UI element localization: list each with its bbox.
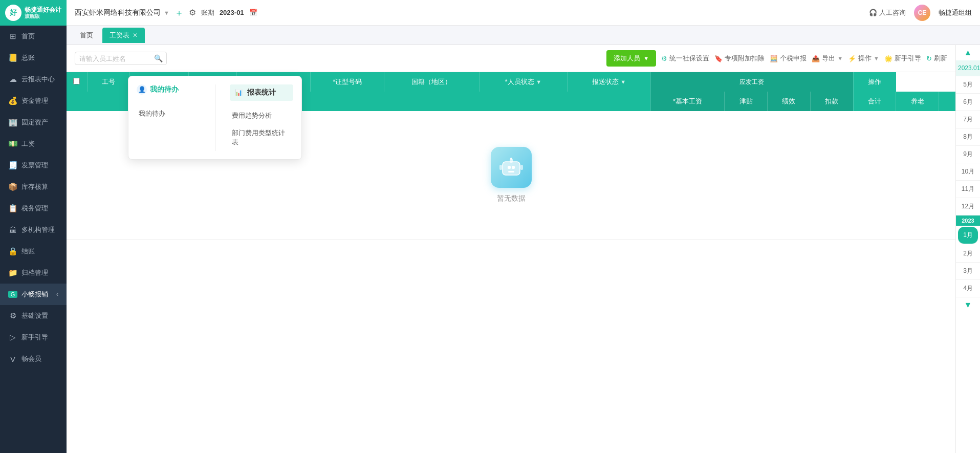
th-pension: 养老 [896, 92, 939, 111]
select-all-checkbox[interactable] [73, 78, 80, 84]
content-area: 🔍 添加人员 ▼ ⚙ 统一社保设置 🔖 专项附加扣除 [67, 45, 980, 453]
export-button[interactable]: 📤 导出 ▼ [812, 54, 843, 63]
service-button[interactable]: 🎧 人工咨询 [869, 8, 906, 17]
th-cert-no: *证型号码 [311, 72, 384, 92]
svg-rect-2 [512, 166, 515, 169]
sidebar-item-new-guide[interactable]: ▷ 新手引导 [0, 327, 67, 348]
svg-point-5 [510, 158, 512, 160]
settings-icon: ⚙ [8, 311, 17, 320]
export-icon: 📤 [812, 55, 820, 62]
tax-icon: 📋 [8, 204, 17, 213]
closing-icon: 🔒 [8, 247, 17, 256]
sidebar-item-xiao-chang[interactable]: G 小畅报销 ‹ [0, 284, 67, 305]
timeline-item-12[interactable]: 12月 [956, 198, 980, 215]
add-company-button[interactable]: ＋ [175, 7, 184, 19]
special-deduct-icon: 🔖 [714, 55, 723, 62]
svg-rect-7 [520, 165, 523, 170]
inventory-icon: 📦 [8, 182, 17, 191]
sidebar: 好 畅捷通好会计 旗舰版 ⊞ 首页 📒 总账 ☁ 云报表中心 💰 资金管理 🏢 … [0, 0, 67, 453]
th-deduct: 扣款 [810, 92, 853, 111]
company-selector[interactable]: 西安虾米网络科技有限公司 ▼ [75, 8, 169, 17]
tab-home[interactable]: 首页 [73, 28, 100, 43]
timeline-item-2[interactable]: 2月 [956, 245, 980, 263]
sidebar-item-member[interactable]: V 畅会员 [0, 348, 67, 370]
timeline-item-10[interactable]: 10月 [956, 163, 980, 181]
svg-rect-0 [503, 162, 520, 175]
sidebar-item-inventory[interactable]: 📦 库存核算 [0, 176, 67, 198]
th-checkbox[interactable] [67, 72, 87, 92]
sidebar-item-invoice[interactable]: 🧾 发票管理 [0, 155, 67, 176]
sidebar-item-closing[interactable]: 🔒 结账 [0, 241, 67, 262]
new-guide-button[interactable]: 🌟 新手引导 [884, 54, 921, 63]
social-insurance-button[interactable]: ⚙ 统一社保设置 [661, 54, 709, 63]
company-dropdown-arrow: ▼ [164, 10, 169, 16]
refresh-button[interactable]: ↻ 刷新 [926, 54, 947, 63]
social-insurance-icon: ⚙ [661, 55, 667, 62]
home-icon: ⊞ [8, 32, 17, 41]
timeline-item-11[interactable]: 11月 [956, 181, 980, 198]
timeline-item-4[interactable]: 4月 [956, 280, 980, 297]
timeline-prev-button[interactable]: ▲ [956, 45, 980, 60]
search-input[interactable] [79, 55, 151, 62]
sidebar-item-cloud-report[interactable]: ☁ 云报表中心 [0, 69, 67, 90]
tab-close-icon[interactable]: ✕ [133, 32, 138, 39]
sidebar-item-basic-settings[interactable]: ⚙ 基础设置 [0, 305, 67, 327]
dropdown-col-reports-header: 📊 报表统计 [230, 84, 294, 101]
topbar-settings-icon[interactable]: ⚙ [189, 8, 196, 17]
logo-text: 畅捷通好会计 旗舰版 [25, 6, 61, 19]
special-deduct-button[interactable]: 🔖 专项附加扣除 [714, 54, 765, 63]
tab-salary-table[interactable]: 工资表 ✕ [102, 28, 145, 43]
personal-tax-button[interactable]: 🧮 个税申报 [770, 54, 807, 63]
timeline-header: 2023.01 [956, 60, 980, 76]
svg-rect-3 [508, 171, 514, 172]
sidebar-arrow-icon: ‹ [56, 291, 58, 298]
th-operations: 操作 [853, 72, 896, 92]
timeline-item-9[interactable]: 9月 [956, 146, 980, 163]
report-status-filter-icon[interactable]: ▼ [620, 79, 626, 85]
user-avatar[interactable]: CE [914, 5, 930, 21]
sidebar-item-fixed-assets[interactable]: 🏢 固定资产 [0, 112, 67, 133]
sidebar-item-home[interactable]: ⊞ 首页 [0, 26, 67, 47]
th-performance: 绩效 [768, 92, 811, 111]
member-icon: V [8, 355, 17, 363]
dropdown-col-reports: 📊 报表统计 费用趋势分析 部门费用类型统计表 [230, 84, 294, 151]
sidebar-item-archive[interactable]: 📁 归档管理 [0, 262, 67, 284]
timeline-item-5[interactable]: 5月 [956, 76, 980, 94]
add-person-button[interactable]: 添加人员 ▼ [606, 50, 656, 67]
th-report-status: 报送状态 ▼ [568, 72, 651, 92]
dropdown-item-dept-cost[interactable]: 部门费用类型统计表 [230, 124, 294, 151]
operations-button[interactable]: ⚡ 操作 ▼ [848, 54, 879, 63]
sidebar-item-ledger[interactable]: 📒 总账 [0, 47, 67, 69]
search-icon: 🔍 [154, 54, 163, 62]
timeline-item-3[interactable]: 3月 [956, 263, 980, 280]
sidebar-item-tax[interactable]: 📋 税务管理 [0, 198, 67, 219]
dropdown-panel: 👤 我的待办 我的待办 📊 报表统计 费用趋势分析 部门费用类型统计表 [128, 76, 302, 160]
archive-icon: 📁 [8, 268, 17, 277]
timeline-item-6[interactable]: 6月 [956, 94, 980, 111]
dropdown-item-my-todo[interactable]: 我的待办 [137, 105, 201, 122]
svg-rect-6 [499, 165, 502, 170]
sidebar-item-fund[interactable]: 💰 资金管理 [0, 90, 67, 112]
dropdown-divider [215, 84, 215, 151]
dropdown-item-cost-trend[interactable]: 费用趋势分析 [230, 107, 294, 124]
timeline-next-button[interactable]: ▼ [956, 297, 980, 313]
person-status-filter-icon[interactable]: ▼ [536, 79, 541, 85]
operations-icon: ⚡ [848, 55, 856, 62]
salary-toolbar: 🔍 添加人员 ▼ ⚙ 统一社保设置 🔖 专项附加扣除 [67, 45, 955, 72]
th-basic-salary: *基本工资 [650, 92, 724, 111]
th-op-spacer [939, 92, 955, 111]
operations-chevron-icon: ▼ [874, 55, 879, 61]
calendar-icon[interactable]: 📅 [249, 9, 257, 16]
timeline-item-7[interactable]: 7月 [956, 111, 980, 128]
timeline-item-8[interactable]: 8月 [956, 128, 980, 146]
fund-icon: 💰 [8, 96, 17, 105]
guide-icon: ▷ [8, 333, 17, 342]
timeline-item-1[interactable]: 1月 [958, 227, 978, 244]
reports-header-icon: 📊 [234, 88, 244, 98]
dropdown-col-todo: 👤 我的待办 我的待办 [137, 84, 201, 151]
multi-org-icon: 🏛 [8, 226, 17, 234]
sidebar-item-multi-org[interactable]: 🏛 多机构管理 [0, 219, 67, 241]
sidebar-item-salary[interactable]: 💵 工资 [0, 133, 67, 155]
search-wrap: 🔍 [75, 52, 167, 65]
add-person-chevron-icon: ▼ [643, 55, 649, 61]
